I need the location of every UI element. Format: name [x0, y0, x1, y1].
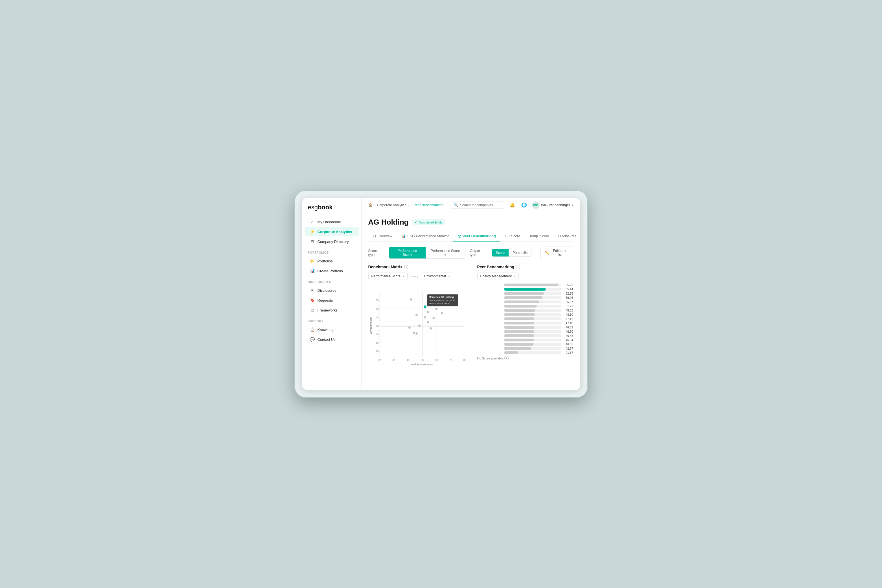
bar-row: 85.23 [477, 283, 573, 286]
bar-list: 85.23 65.44 62.25 59.96 55.07 51.22 [477, 283, 573, 354]
score-type-label: Score type [368, 249, 385, 257]
search-input[interactable] [460, 203, 501, 207]
bar-value: 48.10 [563, 313, 573, 316]
table-icon: 🗂 [310, 308, 315, 312]
bar-fill [504, 347, 532, 350]
bar-fill [504, 334, 534, 337]
bar-track [504, 309, 561, 312]
peer-info-icon[interactable]: i [516, 265, 520, 269]
svg-point-33 [424, 306, 427, 308]
sidebar-item-frameworks[interactable]: 🗂 Frameworks [305, 305, 359, 315]
home-breadcrumb[interactable]: 🏠 [368, 203, 373, 207]
sidebar-item-knowledge[interactable]: 📋 Knowledge [305, 325, 359, 334]
sidebar-item-portfolios[interactable]: 📁 Portfolios [305, 256, 359, 266]
bar-track [504, 288, 561, 291]
lightning-icon: ⚡ [310, 230, 315, 234]
sidebar-item-corporate-analytics[interactable]: ⚡ Corporate Analytics [305, 227, 359, 237]
bar-fill [504, 326, 534, 329]
bar-row: 46.89 [477, 326, 573, 329]
home-icon: ⌂ [310, 219, 315, 224]
sidebar-item-label: Create Portfolio [317, 269, 343, 273]
user-menu[interactable]: WB Will Brandenburger ▾ [532, 201, 573, 209]
bar-track [504, 339, 561, 341]
score-type-performance-plus[interactable]: Performance Score + [425, 247, 465, 258]
bar-row: 55.07 [477, 300, 573, 304]
bar-track [504, 326, 561, 329]
sidebar-item-label: Portfolios [317, 259, 333, 263]
output-type-score[interactable]: Score [492, 249, 509, 256]
sidebar-item-create-portfolio[interactable]: 📊 Create Portfolio [305, 266, 359, 276]
svg-point-47 [430, 327, 432, 330]
breadcrumb-peer-benchmarking: Peer Benchmarking [414, 203, 443, 207]
sidebar-item-company-directory[interactable]: ⊟ Company Directory [305, 237, 359, 246]
score-type-performance[interactable]: Performance Score [389, 247, 425, 258]
sidebar-item-label: Company Directory [317, 240, 349, 244]
peer-chart-controls: Energy Management ▾ [477, 273, 573, 280]
list-icon: ≡ [310, 288, 315, 292]
svg-point-41 [415, 314, 418, 316]
edit-peer-list-button[interactable]: ✏️ Edit peer list [541, 247, 573, 259]
bar-value: 51.22 [563, 304, 573, 308]
sidebar-item-contact-us[interactable]: 💬 Contact Us [305, 334, 359, 344]
bar-fill [504, 309, 535, 312]
svg-point-46 [408, 327, 410, 329]
bar-track [504, 343, 561, 346]
sidebar-item-dashboard[interactable]: ⌂ My Dashboard [305, 217, 359, 226]
bar-row: 47.10 [477, 321, 573, 325]
bar-row: 48.55 [477, 309, 573, 312]
bar-track [504, 317, 561, 320]
disclosures-section-label: DISCLOSURES [302, 276, 361, 285]
no-score-info-icon[interactable]: i [504, 356, 509, 360]
svg-text:30: 30 [392, 358, 395, 362]
svg-text:40: 40 [376, 333, 379, 336]
sidebar-item-label: Requests [317, 298, 333, 303]
tab-gc-score[interactable]: GC Score [500, 231, 525, 242]
bar-fill [504, 296, 542, 299]
benchmark-info-icon[interactable]: i [404, 265, 409, 269]
bar-track [504, 330, 561, 333]
tab-disclosures[interactable]: Disclosures [554, 231, 580, 242]
page-title-row: AG Holding ✓ Associated Entity [368, 218, 573, 226]
bar-track [504, 322, 561, 324]
bar-track [504, 292, 561, 295]
bar-value: 55.07 [563, 300, 573, 304]
bar-fill [504, 317, 534, 320]
breadcrumb-corporate-analytics[interactable]: Corporate Analytics [377, 203, 406, 207]
bar-track [504, 296, 561, 299]
sidebar-item-label: Contact Us [317, 338, 336, 342]
bar-fill [504, 288, 546, 291]
filter-row: Score type Performance Score Performance… [368, 247, 573, 259]
tab-temp-score[interactable]: Temp. Score [525, 231, 554, 242]
tab-peer-benchmarking[interactable]: ◎ Peer Benchmarking [453, 231, 500, 242]
bar-row: 46.48 [477, 334, 573, 338]
circle-icon: ◎ [458, 234, 461, 238]
bar-fill [504, 343, 533, 346]
no-score-label: No Score available i [477, 356, 573, 360]
y-axis-select[interactable]: Environmental ▾ [421, 273, 453, 280]
sidebar-item-disclosures[interactable]: ≡ Disclosures [305, 285, 359, 295]
avatar: WB [532, 201, 539, 209]
svg-point-40 [441, 312, 443, 314]
sidebar-navigation: ⌂ My Dashboard ⚡ Corporate Analytics ⊟ C… [302, 217, 361, 390]
main-content: 🏠 › Corporate Analytics › › Peer Benchma… [362, 198, 580, 390]
svg-text:Environmental: Environmental [370, 317, 372, 334]
bar-value: 46.05 [563, 342, 573, 346]
sidebar-item-requests[interactable]: 🔖 Requests [305, 296, 359, 305]
bar-row: 51.22 [477, 304, 573, 308]
notification-icon[interactable]: 🔔 [508, 201, 516, 209]
logo: esgbook [302, 204, 361, 217]
output-type-percentile[interactable]: Percentile [509, 249, 532, 256]
x-axis-label: x — y [410, 274, 418, 278]
svg-point-43 [433, 317, 435, 320]
globe-icon[interactable]: 🌐 [520, 201, 528, 209]
tab-esg-monitor[interactable]: 📊 ESG Performance Monitor [397, 231, 454, 242]
x-axis-select[interactable]: Performance Score ▾ [368, 273, 407, 280]
peer-category-select[interactable]: Energy Management ▾ [477, 273, 519, 280]
scatter-svg: 80 70 60 50 40 30 20 20 30 40 [368, 283, 470, 374]
bar-value: 59.96 [563, 296, 573, 299]
bar-track [504, 351, 561, 354]
tab-overview[interactable]: ⊟ Overview [368, 231, 397, 242]
bar-row: 46.70 [477, 330, 573, 333]
chevron-down-icon: ▾ [514, 274, 515, 278]
search-box[interactable]: 🔍 [451, 201, 504, 209]
